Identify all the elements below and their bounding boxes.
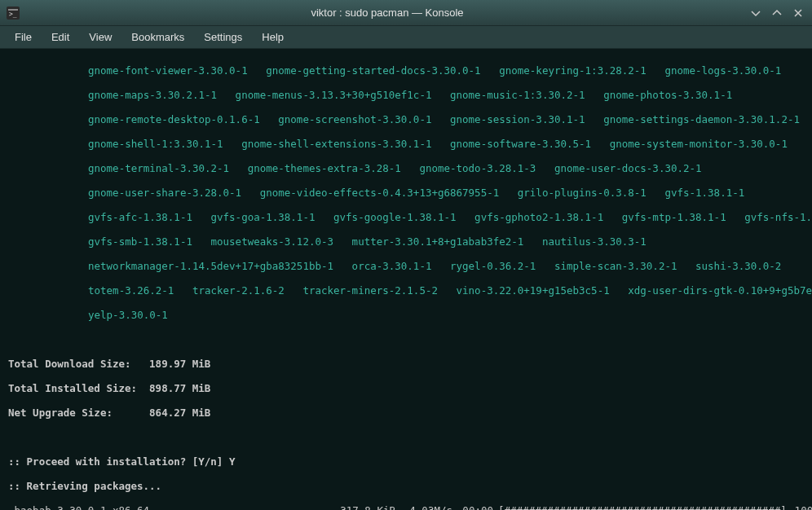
package-line: gnome-remote-desktop-0.1.6-1 gnome-scree… bbox=[8, 113, 804, 125]
menu-view[interactable]: View bbox=[81, 28, 120, 46]
maximize-button[interactable] bbox=[770, 6, 784, 20]
menubar: File Edit View Bookmarks Settings Help bbox=[0, 26, 812, 49]
package-line: networkmanager-1.14.5dev+17+gba83251bb-1… bbox=[8, 260, 804, 272]
total-installed-size: Total Installed Size: 898.77 MiB bbox=[8, 382, 804, 394]
package-line: gvfs-afc-1.38.1-1 gvfs-goa-1.38.1-1 gvfs… bbox=[8, 211, 804, 223]
download-name: baobab-3.30.0-1-x86_64 bbox=[8, 504, 326, 510]
net-upgrade-size: Net Upgrade Size: 864.27 MiB bbox=[8, 407, 804, 419]
app-icon: >_ bbox=[7, 7, 20, 20]
package-line: yelp-3.30.0-1 bbox=[8, 309, 804, 321]
close-button[interactable] bbox=[791, 6, 805, 20]
download-size: 317.8 KiB bbox=[326, 504, 395, 510]
package-line: gnome-terminal-3.30.2-1 gnome-themes-ext… bbox=[8, 162, 804, 174]
menu-help[interactable]: Help bbox=[254, 28, 292, 46]
window-controls bbox=[748, 6, 805, 20]
menu-settings[interactable]: Settings bbox=[196, 28, 250, 46]
minimize-button[interactable] bbox=[748, 6, 763, 20]
download-time: 00:00 bbox=[452, 504, 493, 510]
svg-text:>_: >_ bbox=[9, 11, 17, 18]
menu-bookmarks[interactable]: Bookmarks bbox=[123, 28, 192, 46]
retrieving-packages: :: Retrieving packages... bbox=[8, 480, 804, 492]
download-row: baobab-3.30.0-1-x86_64317.8 KiB 4.03M/s … bbox=[8, 504, 804, 510]
window-titlebar: >_ viktor : sudo pacman — Konsole bbox=[0, 0, 812, 26]
download-progressbar: [#######################################… bbox=[493, 504, 787, 510]
menu-edit[interactable]: Edit bbox=[43, 28, 77, 46]
menu-file[interactable]: File bbox=[7, 28, 40, 46]
total-download-size: Total Download Size: 189.97 MiB bbox=[8, 358, 804, 370]
package-line: totem-3.26.2-1 tracker-2.1.6-2 tracker-m… bbox=[8, 284, 804, 297]
terminal-output[interactable]: gnome-font-viewer-3.30.0-1 gnome-getting… bbox=[0, 49, 812, 510]
package-line: gvfs-smb-1.38.1-1 mousetweaks-3.12.0-3 m… bbox=[8, 235, 804, 248]
download-percent: 100% bbox=[787, 504, 812, 510]
package-line: gnome-font-viewer-3.30.0-1 gnome-getting… bbox=[8, 64, 804, 77]
package-line: gnome-maps-3.30.2.1-1 gnome-menus-3.13.3… bbox=[8, 89, 804, 101]
window-title: viktor : sudo pacman — Konsole bbox=[26, 7, 748, 19]
proceed-prompt: :: Proceed with installation? [Y/n] Y bbox=[8, 455, 804, 468]
package-line: gnome-shell-1:3.30.1-1 gnome-shell-exten… bbox=[8, 138, 804, 150]
download-speed: 4.03M/s bbox=[395, 504, 452, 510]
package-line: gnome-user-share-3.28.0-1 gnome-video-ef… bbox=[8, 187, 804, 199]
